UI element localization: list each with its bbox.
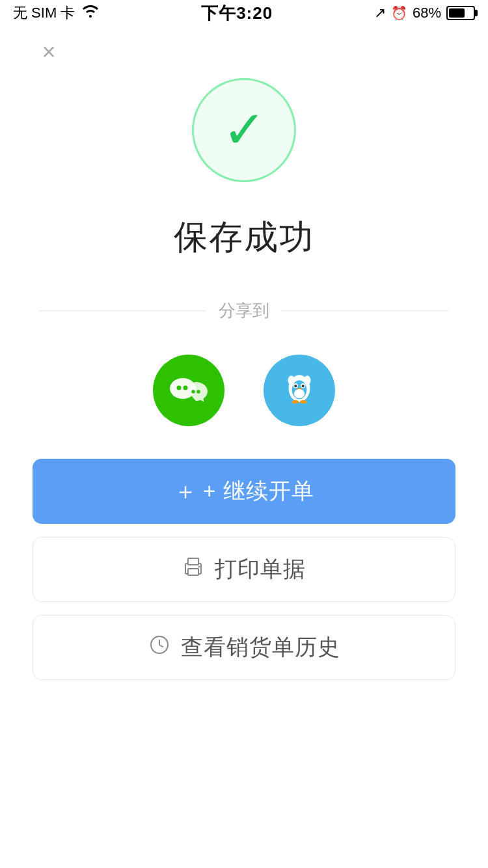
svg-point-4 [197,390,200,394]
continue-label: + 继续开单 [203,476,314,506]
divider-right [282,310,449,311]
print-button[interactable]: 打印单据 [33,537,455,602]
carrier-text: 无 SIM 卡 [13,3,75,23]
location-icon: ↗ [374,5,386,21]
history-button[interactable]: 查看销货单历史 [33,615,455,680]
print-label: 打印单据 [215,554,306,584]
status-time: 下午3:20 [201,2,273,25]
status-right: ↗ ⏰ 68% [374,5,475,21]
close-icon: × [42,38,55,66]
svg-point-15 [288,375,295,385]
svg-point-16 [304,375,310,385]
close-button[interactable]: × [33,36,65,68]
checkmark-icon: ✓ [223,104,266,156]
svg-point-2 [183,386,188,390]
svg-point-1 [177,386,182,390]
svg-point-12 [294,389,305,398]
share-section: 分享到 [0,299,488,426]
plus-icon: ＋ [174,476,198,508]
action-buttons: ＋ + 继续开单 打印单据 查看销货单历 [33,459,455,680]
divider-left [39,310,206,311]
svg-point-9 [294,385,297,387]
wechat-share-button[interactable] [153,355,224,426]
history-label: 查看销货单历史 [181,632,340,662]
svg-rect-18 [188,558,198,565]
svg-point-3 [191,390,195,394]
battery-percent: 68% [413,5,441,21]
share-icons [153,355,335,426]
battery-icon [446,6,475,20]
history-icon [148,634,170,661]
status-left: 无 SIM 卡 [13,3,100,23]
wifi-icon [81,5,100,21]
print-icon [182,556,204,583]
svg-point-13 [292,400,299,403]
status-bar: 无 SIM 卡 下午3:20 ↗ ⏰ 68% [0,0,488,26]
continue-button[interactable]: ＋ + 继续开单 [33,459,455,524]
share-divider: 分享到 [0,299,488,322]
qq-share-button[interactable] [264,355,335,426]
main-content: ✓ 保存成功 分享到 [0,26,488,680]
success-title: 保存成功 [174,215,314,260]
share-label: 分享到 [206,299,282,322]
svg-point-20 [198,566,200,568]
svg-point-14 [300,400,306,403]
alarm-icon: ⏰ [391,5,407,21]
success-circle: ✓ [192,78,296,182]
svg-point-10 [302,385,305,387]
svg-rect-19 [188,569,198,575]
